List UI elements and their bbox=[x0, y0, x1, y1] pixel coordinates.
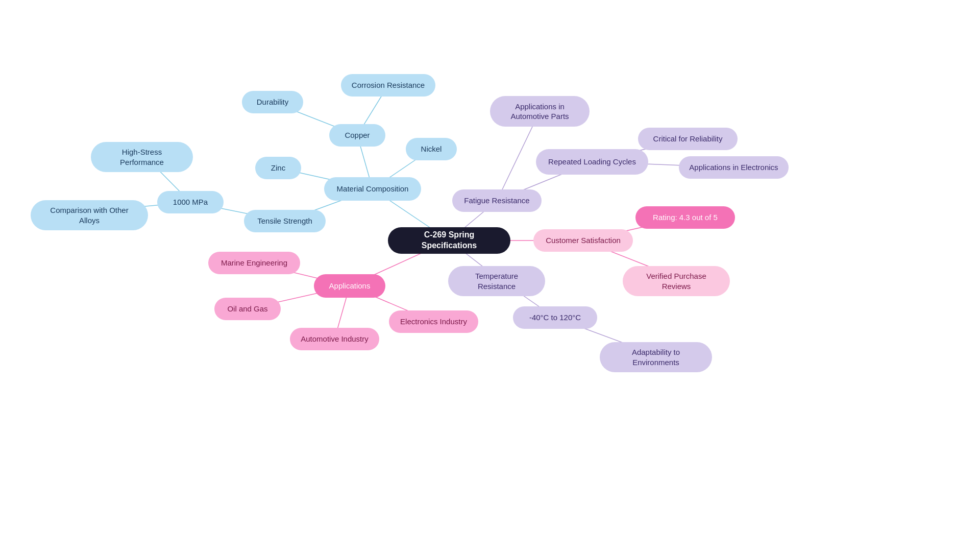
zinc-node[interactable]: Zinc bbox=[255, 157, 301, 179]
electronics-ind-node[interactable]: Electronics Industry bbox=[389, 310, 478, 333]
temperature-resistance-node[interactable]: Temperature Resistance bbox=[448, 266, 545, 296]
oil-gas-node[interactable]: Oil and Gas bbox=[214, 298, 281, 320]
tensile-strength-node[interactable]: Tensile Strength bbox=[244, 210, 326, 232]
durability-node[interactable]: Durability bbox=[242, 91, 303, 113]
comparison-node[interactable]: Comparison with Other Alloys bbox=[31, 200, 148, 230]
customer-satisfaction-node[interactable]: Customer Satisfaction bbox=[533, 229, 633, 252]
adaptability-node[interactable]: Adaptability to Environments bbox=[600, 342, 712, 372]
center-node[interactable]: C-269 Spring Specifications bbox=[388, 227, 510, 254]
repeated-loading-node[interactable]: Repeated Loading Cycles bbox=[536, 149, 648, 175]
automotive-node[interactable]: Automotive Industry bbox=[290, 328, 379, 350]
rating-node[interactable]: Rating: 4.3 out of 5 bbox=[635, 206, 735, 229]
applications-node[interactable]: Applications bbox=[314, 274, 385, 298]
applications-electronics-node[interactable]: Applications in Electronics bbox=[679, 156, 789, 179]
marine-node[interactable]: Marine Engineering bbox=[208, 252, 300, 274]
verified-reviews-node[interactable]: Verified Purchase Reviews bbox=[623, 266, 730, 296]
1000mpa-node[interactable]: 1000 MPa bbox=[157, 191, 224, 213]
critical-reliability-node[interactable]: Critical for Reliability bbox=[638, 128, 738, 150]
corrosion-resistance-node[interactable]: Corrosion Resistance bbox=[341, 74, 435, 97]
copper-node[interactable]: Copper bbox=[329, 124, 385, 147]
temp-range-node[interactable]: -40°C to 120°C bbox=[513, 306, 597, 329]
material-composition-node[interactable]: Material Composition bbox=[324, 177, 421, 201]
auto-parts-node[interactable]: Applications in Automotive Parts bbox=[490, 96, 590, 127]
high-stress-node[interactable]: High-Stress Performance bbox=[91, 142, 193, 172]
nickel-node[interactable]: Nickel bbox=[406, 138, 457, 160]
fatigue-resistance-node[interactable]: Fatigue Resistance bbox=[452, 189, 542, 212]
